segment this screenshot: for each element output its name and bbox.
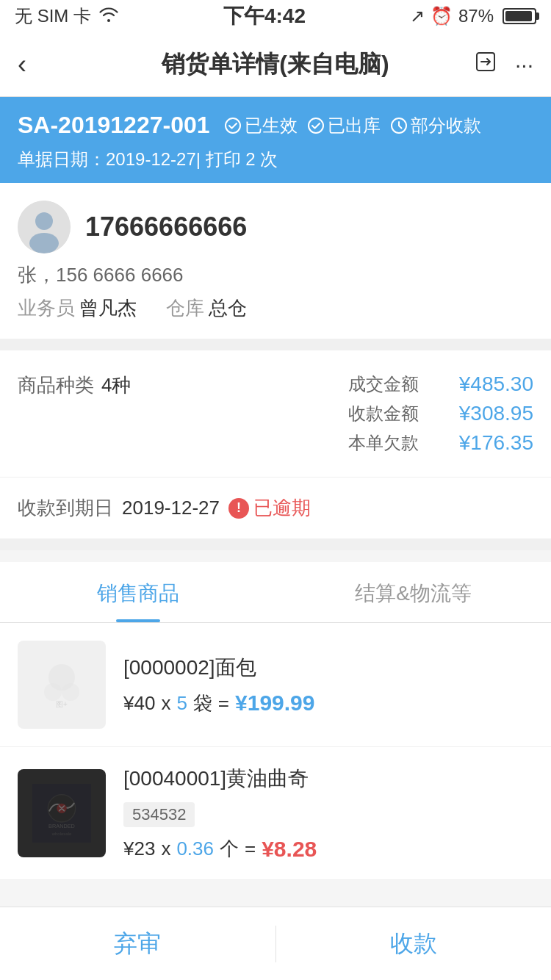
product-total-2: ¥8.28	[262, 837, 317, 862]
tabs-section: 销售商品 结算&物流等	[0, 562, 551, 623]
product-price-row-2: ¥23 x 0.36 个 = ¥8.28	[123, 836, 533, 862]
due-date: 2019-12-27	[122, 497, 220, 519]
due-label: 收款到期日	[18, 495, 113, 521]
product-item: 图+ [0000002]面包 ¥40 x 5 袋 = ¥199.99	[0, 623, 551, 747]
salesman-label: 业务员	[18, 295, 75, 321]
cancel-review-button[interactable]: 弃审	[0, 910, 276, 978]
payment-amount-value: ¥308.95	[431, 402, 533, 425]
nav-bar: ‹ 销货单详情(来自电脑) ···	[0, 32, 551, 97]
warehouse-value: 总仓	[209, 295, 247, 321]
product-price-1: ¥40	[123, 692, 155, 715]
tab-sales-products[interactable]: 销售商品	[0, 562, 276, 622]
deal-amount-row: 成交金额 ¥485.30	[348, 372, 533, 396]
due-section: 收款到期日 2019-12-27 ! 已逾期	[0, 478, 551, 538]
debt-amount-value: ¥176.35	[431, 431, 533, 455]
deal-amount-value: ¥485.30	[431, 372, 533, 396]
svg-text:图+: 图+	[56, 700, 68, 708]
customer-meta: 业务员 曾凡杰 仓库 总仓	[18, 295, 533, 321]
product-item: BRANDED wholesale [00040001]黄油曲奇 534532 …	[0, 747, 551, 880]
svg-text:wholesale: wholesale	[51, 832, 72, 836]
order-date-info: 单据日期：2019-12-27| 打印 2 次	[18, 148, 533, 171]
svg-text:BRANDED: BRANDED	[48, 823, 75, 829]
debt-amount-row: 本单欠款 ¥176.35	[348, 431, 533, 455]
customer-phone: 17666666666	[85, 212, 247, 242]
status-bar-right: ↗ ⏰ 87%	[410, 6, 536, 26]
svg-point-1	[226, 118, 240, 133]
product-info-1: [0000002]面包 ¥40 x 5 袋 = ¥199.99	[123, 654, 533, 716]
category-stats: 商品种类 4种	[18, 372, 131, 398]
product-qty-1: 5	[176, 692, 187, 715]
collect-payment-button[interactable]: 收款	[276, 910, 552, 978]
product-price-row-1: ¥40 x 5 袋 = ¥199.99	[123, 691, 533, 716]
debt-amount-label: 本单欠款	[348, 431, 419, 455]
payment-amount-label: 收款金额	[348, 402, 419, 425]
warehouse-label: 仓库	[166, 295, 204, 321]
svg-point-6	[29, 233, 59, 253]
stats-section: 商品种类 4种 成交金额 ¥485.30 收款金额 ¥308.95 本单欠款 ¥…	[0, 350, 551, 477]
section-divider-2	[0, 538, 551, 550]
section-divider	[0, 339, 551, 350]
page-title: 销货单详情(来自电脑)	[162, 48, 389, 81]
status-delivered: 已出库	[308, 114, 381, 137]
wifi-icon	[98, 6, 119, 26]
tab-settlement[interactable]: 结算&物流等	[276, 562, 551, 622]
avatar	[18, 201, 71, 253]
overdue-text: 已逾期	[253, 495, 311, 521]
svg-point-2	[309, 118, 323, 133]
share-button[interactable]	[474, 50, 497, 79]
product-thumbnail-1: 图+	[18, 641, 106, 729]
product-name-1: [0000002]面包	[123, 654, 533, 682]
bottom-bar: 弃审 收款	[0, 907, 551, 980]
status-bar-time: 下午4:42	[223, 2, 306, 30]
location-icon: ↗	[410, 6, 425, 26]
product-sku-2: 534532	[123, 802, 195, 827]
order-header-banner: SA-20191227-001 已生效 已出库	[0, 97, 551, 183]
svg-point-5	[35, 212, 53, 230]
customer-contact: 张，156 6666 6666	[18, 262, 533, 288]
product-qty-2: 0.36	[176, 837, 214, 860]
product-unit-1: 袋	[193, 691, 212, 716]
battery-text: 87%	[458, 6, 494, 26]
category-label: 商品种类	[18, 372, 94, 398]
category-count: 4种	[101, 372, 131, 398]
product-total-1: ¥199.99	[235, 691, 314, 716]
deal-amount-label: 成交金额	[348, 372, 419, 396]
svg-point-9	[62, 683, 79, 701]
overdue-badge: ! 已逾期	[228, 495, 311, 521]
alarm-icon: ⏰	[431, 6, 453, 26]
carrier-text: 无 SIM 卡	[15, 4, 91, 28]
payment-amount-row: 收款金额 ¥308.95	[348, 402, 533, 425]
product-unit-2: 个	[220, 836, 239, 862]
amount-stats: 成交金额 ¥485.30 收款金额 ¥308.95 本单欠款 ¥176.35	[348, 372, 533, 455]
product-thumbnail-2: BRANDED wholesale	[18, 769, 106, 857]
order-status-badges: 已生效 已出库 部分收款	[225, 114, 481, 137]
status-bar: 无 SIM 卡 下午4:42 ↗ ⏰ 87%	[0, 0, 551, 32]
status-effected: 已生效	[225, 114, 298, 137]
product-name-2: [00040001]黄油曲奇	[123, 765, 533, 793]
order-id: SA-20191227-001	[18, 112, 210, 139]
more-button[interactable]: ···	[515, 52, 533, 77]
back-button[interactable]: ‹	[10, 42, 34, 87]
customer-section: 17666666666 张，156 6666 6666 业务员 曾凡杰 仓库 总…	[0, 183, 551, 339]
salesman-value: 曾凡杰	[79, 295, 137, 321]
product-price-2: ¥23	[123, 837, 155, 860]
overdue-icon: !	[228, 498, 249, 519]
products-list: 图+ [0000002]面包 ¥40 x 5 袋 = ¥199.99	[0, 623, 551, 880]
svg-point-8	[44, 683, 62, 701]
status-partial-payment: 部分收款	[391, 114, 481, 137]
nav-actions: ···	[474, 50, 533, 79]
battery-icon	[503, 8, 536, 24]
product-info-2: [00040001]黄油曲奇 534532 ¥23 x 0.36 个 = ¥8.…	[123, 765, 533, 862]
status-bar-left: 无 SIM 卡	[15, 4, 119, 28]
